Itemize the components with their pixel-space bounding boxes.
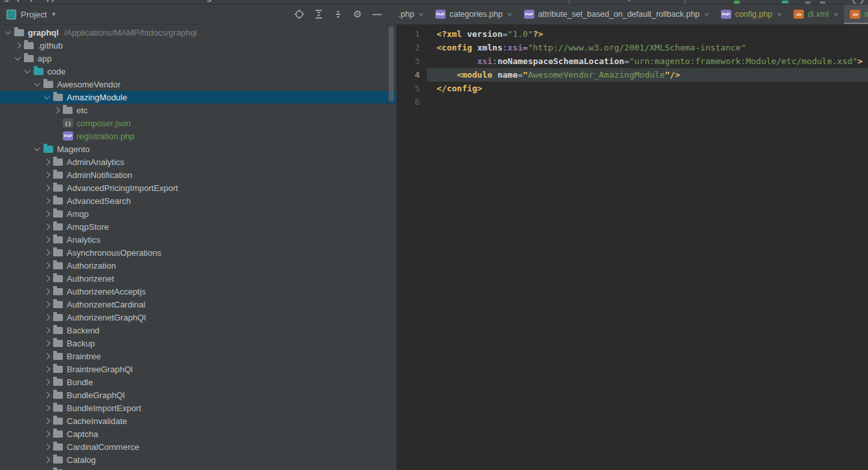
- tree-item-bundlegraphql[interactable]: BundleGraphQl: [0, 388, 396, 401]
- editor-tab-module-xml[interactable]: <>module.xml: [844, 5, 868, 24]
- chevron-right-icon[interactable]: [44, 262, 50, 268]
- chevron-right-icon[interactable]: [44, 327, 50, 333]
- tab-label: module.xml: [864, 10, 868, 19]
- tree-item-cardinalcommerce[interactable]: CardinalCommerce: [0, 440, 396, 453]
- run-configuration-button[interactable]: Add Configuration...: [569, 0, 685, 5]
- tree-item-authorization[interactable]: Authorization: [0, 259, 396, 272]
- tab-close-icon[interactable]: ×: [777, 10, 782, 19]
- tree-item-braintreegraphql[interactable]: BraintreeGraphQl: [0, 363, 396, 375]
- settings-gear-icon[interactable]: ⚙: [352, 9, 363, 19]
- editor-gutter[interactable]: 123456: [398, 27, 427, 470]
- chevron-right-icon[interactable]: [15, 42, 21, 48]
- tree-item-graphql[interactable]: graphql/Applications/MAMP/htdocs/graphql: [0, 26, 396, 39]
- code-editor[interactable]: 123456 <?xml version="1.0"?><config xmln…: [398, 25, 868, 470]
- expand-all-icon[interactable]: [314, 9, 324, 19]
- chevron-right-icon[interactable]: [44, 366, 50, 372]
- tree-item-braintree[interactable]: Braintree: [0, 350, 396, 363]
- chevron-down-icon[interactable]: ▼: [51, 11, 56, 17]
- tree-item-adminanalytics[interactable]: AdminAnalytics: [0, 155, 396, 168]
- tree-item-etc[interactable]: etc: [0, 104, 396, 117]
- code-line-5: </config>: [437, 82, 868, 95]
- tree-item-advancedsearch[interactable]: AdvancedSearch: [0, 194, 396, 207]
- chevron-right-icon[interactable]: [44, 275, 50, 281]
- tree-item-label: AdminAnalytics: [67, 157, 124, 167]
- editor-tab-di-xml[interactable]: <>di.xml×: [788, 5, 844, 24]
- collapse-all-icon[interactable]: [333, 9, 343, 19]
- chevron-right-icon[interactable]: [44, 379, 50, 385]
- tree-item-authorizenetgraphql[interactable]: AuthorizenetGraphQl: [0, 311, 396, 324]
- editor-tab-categories-php[interactable]: PHPcategories.php×: [429, 5, 518, 24]
- tree-item-bundle[interactable]: Bundle: [0, 375, 396, 388]
- tree-item-partial[interactable]: [0, 466, 396, 470]
- chevron-right-icon[interactable]: [44, 340, 50, 346]
- tree-item-magento[interactable]: Magento: [0, 142, 396, 155]
- chevron-right-icon[interactable]: [44, 443, 50, 449]
- chevron-right-icon[interactable]: [44, 159, 50, 164]
- chevron-right-icon[interactable]: [44, 314, 50, 320]
- tree-item-captcha[interactable]: Captcha: [0, 427, 396, 440]
- tree-item-backend[interactable]: Backend: [0, 324, 396, 337]
- locate-icon[interactable]: [294, 9, 304, 19]
- chevron-right-icon[interactable]: [44, 301, 50, 307]
- chevron-right-icon[interactable]: [44, 185, 50, 190]
- chevron-right-icon[interactable]: [44, 172, 50, 177]
- tree-item-label: BundleImportExport: [67, 403, 141, 413]
- chevron-down-icon[interactable]: [34, 80, 40, 86]
- chevron-right-icon[interactable]: [44, 456, 50, 462]
- tree-item-amqpstore[interactable]: AmqpStore: [0, 220, 396, 233]
- chevron-right-icon[interactable]: [44, 210, 50, 216]
- chevron-down-icon[interactable]: [34, 145, 40, 151]
- breadcrumb-path: graphql / app / code / AwesomeVendor /: [4, 0, 163, 2]
- tree-item-app[interactable]: app: [0, 52, 396, 65]
- chevron-right-icon[interactable]: [44, 418, 50, 423]
- tree-item-amazingmodule[interactable]: AmazingModule: [0, 91, 396, 104]
- editor-tab-attribute-set-based-on-default-rollback-php[interactable]: PHPattribute_set_based_on_default_rollba…: [518, 5, 715, 24]
- hide-panel-icon[interactable]: —: [372, 9, 382, 19]
- chevron-down-icon[interactable]: [44, 93, 50, 99]
- tree-item-advancedpricingimportexport[interactable]: AdvancedPricingImportExport: [0, 181, 396, 194]
- chevron-right-icon[interactable]: [54, 107, 60, 113]
- project-panel-header[interactable]: Project ▼: [0, 5, 393, 24]
- chevron-right-icon[interactable]: [44, 249, 50, 255]
- tab-close-icon[interactable]: ×: [834, 10, 839, 19]
- chevron-right-icon[interactable]: [44, 223, 50, 229]
- tree-item-registration.php[interactable]: PHPregistration.php: [0, 129, 396, 142]
- project-scrollbar-thumb[interactable]: [389, 27, 394, 102]
- tree-item-composer.json[interactable]: { }composer.json: [0, 117, 396, 129]
- tab-close-icon[interactable]: ×: [418, 10, 424, 19]
- tree-item-authorizenetacceptjs[interactable]: AuthorizenetAcceptjs: [0, 285, 396, 298]
- chevron-down-icon[interactable]: [5, 28, 11, 34]
- tab-close-icon[interactable]: ×: [704, 10, 709, 19]
- editor-tab-php[interactable]: .php×: [393, 5, 429, 24]
- tree-item-amqp[interactable]: Amqp: [0, 207, 396, 220]
- tree-item-.github[interactable]: .github: [0, 39, 396, 52]
- code-area[interactable]: <?xml version="1.0"?><config xmlns:xsi="…: [427, 27, 868, 470]
- chevron-right-icon[interactable]: [44, 197, 50, 203]
- tree-item-backup[interactable]: Backup: [0, 337, 396, 350]
- tree-item-bundleimportexport[interactable]: BundleImportExport: [0, 401, 396, 414]
- tree-item-authorizenetcardinal[interactable]: AuthorizenetCardinal: [0, 298, 396, 311]
- chevron-down-icon[interactable]: [15, 54, 21, 60]
- tree-item-cacheinvalidate[interactable]: CacheInvalidate: [0, 414, 396, 427]
- breadcrumb[interactable]: graphql / app / code / AwesomeVendor / A…: [4, 0, 242, 2]
- chevron-right-icon[interactable]: [44, 236, 50, 242]
- chevron-right-icon[interactable]: [44, 392, 50, 397]
- code-line-1: <?xml version="1.0"?>: [437, 27, 868, 41]
- chevron-right-icon[interactable]: [44, 405, 50, 410]
- folder-icon: [53, 288, 63, 295]
- tree-item-catalog[interactable]: Catalog: [0, 453, 396, 466]
- tree-item-adminnotification[interactable]: AdminNotification: [0, 168, 396, 181]
- chevron-right-icon[interactable]: [44, 288, 50, 294]
- tree-item-awesomevendor[interactable]: AwesomeVendor: [0, 78, 396, 91]
- tree-item-asynchronousoperations[interactable]: AsynchronousOperations: [0, 246, 396, 259]
- editor-tab-config-php[interactable]: PHPconfig.php×: [715, 5, 788, 24]
- tree-item-analytics[interactable]: Analytics: [0, 233, 396, 246]
- tab-close-icon[interactable]: ×: [507, 10, 512, 19]
- search-icon-fragment: [852, 0, 863, 5]
- chevron-right-icon[interactable]: [44, 353, 50, 359]
- tree-item-label: AdvancedPricingImportExport: [67, 183, 178, 193]
- chevron-down-icon[interactable]: [25, 67, 30, 73]
- tree-item-code[interactable]: code: [0, 65, 396, 78]
- chevron-right-icon[interactable]: [44, 431, 50, 436]
- tree-item-authorizenet[interactable]: Authorizenet: [0, 272, 396, 285]
